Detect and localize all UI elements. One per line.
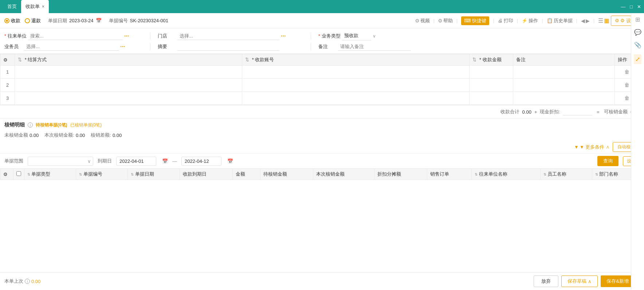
row3-amount[interactable] [470,92,513,105]
biztype-arrow-icon[interactable]: ∨ [373,34,376,39]
range-select-wrapper: ∨ [28,157,93,166]
history-action[interactable]: 📋 历史单据 [547,17,573,24]
row1-amount[interactable] [470,66,513,79]
col-settings-header[interactable]: ⚙ [0,54,15,66]
panel-expand-icon[interactable]: ⤢ [634,54,641,64]
select-all-checkbox[interactable] [16,171,21,176]
nav-tab-receipt[interactable]: 收款单 × [21,0,49,13]
bottom-settings-icon[interactable]: ⚙ [3,172,8,177]
bottom-col-checkbox[interactable] [13,169,24,180]
employee-sort-icon[interactable]: ⇅ [543,172,546,176]
footer-bill-label: 本单上次 [4,278,23,285]
radio-receipt[interactable]: 收款 [4,17,20,24]
range-select[interactable] [28,157,93,166]
nav-tab-home[interactable]: 首页 [3,0,21,13]
prev-arrow-icon[interactable]: ◀ [581,18,585,24]
table-settings-icon[interactable]: ⚙ [3,57,8,63]
salesperson-input[interactable] [24,43,119,51]
col-settlement-header: ⇅ * 结算方式 [15,54,242,66]
date-to-calendar-icon[interactable]: 📅 [227,158,233,164]
diff-label: 核销差额: [91,132,111,138]
bottom-col-settings[interactable]: ⚙ [0,169,13,180]
divider4 [311,43,311,50]
counterpart-more-icon[interactable]: ··· [124,33,129,39]
operation-action[interactable]: ⚡ 操作 [522,17,538,24]
pending-tab[interactable]: 待核销单据(0笔) [36,122,67,128]
row3-delete-icon[interactable]: 🗑 [624,95,629,101]
video-action[interactable]: ⊙ 视频 [415,17,430,24]
table-row: 3 🗑 ⧉ [0,92,644,105]
calendar-icon[interactable]: 📅 [96,18,102,23]
col-settlement-sort-icon[interactable]: ⇅ [18,57,22,62]
store-more-icon[interactable]: ··· [281,33,286,39]
reconciliation-info-icon[interactable]: i [28,122,33,128]
bottom-col-discount: 折扣分摊额 [374,169,427,180]
notes-input[interactable] [338,43,411,51]
bill-date-sort-icon[interactable]: ⇅ [131,172,134,176]
bottom-col-sale-order: 销售订单 [427,169,472,180]
dept-sort-icon[interactable]: ⇅ [595,172,598,176]
row2-amount[interactable] [470,79,513,92]
row3-notes[interactable] [513,92,615,105]
done-tab[interactable]: 已核销单据(0笔) [70,122,102,128]
bill-no-sort-icon[interactable]: ⇅ [79,172,82,176]
save-new-label: 保存&新增 [606,278,629,285]
panel-chat-icon[interactable]: 💬 [634,29,641,36]
print-action[interactable]: 🖨 打印 [498,17,513,24]
grid-view-icon[interactable]: ▦ [604,17,609,24]
counterpart-input[interactable] [28,32,123,40]
store-input[interactable] [177,32,279,40]
bottom-table: ⚙ ⇅ 单据类型 ⇅ 单据编号 [0,168,644,180]
row1-account[interactable] [242,66,470,79]
separator3: | [493,18,494,23]
salesperson-group: 业务员 ··· [4,43,143,51]
summary-input[interactable] [177,43,279,51]
query-button[interactable]: 查询 [597,156,619,166]
footer-info-icon[interactable]: i [25,279,30,284]
col-notes-label: 备注 [516,57,526,62]
col-amount-sort-icon[interactable]: ⇅ [472,57,476,62]
radio-refund[interactable]: 退款 [25,17,41,24]
reconciliation-title: 核销明细 [4,122,25,128]
next-arrow-icon[interactable]: ▶ [586,18,590,24]
panel-attach-icon[interactable]: 📎 [634,42,641,48]
more-filter-btn[interactable]: ▼ ▼ 更多条件 ∧ [574,144,610,150]
unclaimed-label: 未核销金额 [4,132,28,138]
row2-delete-icon[interactable]: 🗑 [624,82,629,88]
date-from-calendar-icon[interactable]: 📅 [162,158,168,164]
list-view-icon[interactable]: ☰ [598,17,603,24]
tab-close-icon[interactable]: × [42,4,44,9]
row2-settlement[interactable] [15,79,242,92]
shortcut-action[interactable]: ⌨ 快捷键 [461,16,489,25]
draft-button[interactable]: 保存草稿 ∧ [561,275,598,287]
row3-settlement[interactable] [15,92,242,105]
row3-account[interactable] [242,92,470,105]
window-close-icon[interactable]: ✕ [637,4,641,9]
current-label: 本次核销金额: [44,132,74,138]
bill-type-sort-icon[interactable]: ⇅ [27,172,30,176]
separator7: | [593,18,594,23]
separator4: | [517,18,518,23]
window-min-icon[interactable]: — [621,4,625,9]
col-account-label: * 收款账号 [252,57,274,62]
row1-notes[interactable] [513,66,615,79]
row1-settlement[interactable] [15,66,242,79]
date-from-input[interactable] [116,157,156,166]
window-max-icon[interactable]: □ [630,4,633,9]
separator2: | [456,18,458,23]
abandon-button[interactable]: 放弃 [534,275,558,287]
col-account-sort-icon[interactable]: ⇅ [245,57,249,62]
date-to-input[interactable] [181,157,221,166]
operation-icon: ⚡ [522,18,527,23]
discount-input[interactable] [563,108,592,115]
counterpart-sort-icon[interactable]: ⇅ [475,172,478,176]
biztype-value[interactable]: 预收款 [342,31,371,40]
row2-notes[interactable] [513,79,615,92]
panel-table-icon[interactable]: ⊞ [635,16,640,23]
row2-account[interactable] [242,79,470,92]
notes-group: 备注 [318,43,640,51]
row1-delete-icon[interactable]: 🗑 [624,69,629,75]
help-action[interactable]: ⊙ 帮助 [438,17,453,24]
billno-label: 单据编号 [109,17,128,24]
salesperson-more-icon[interactable]: ··· [120,43,125,50]
